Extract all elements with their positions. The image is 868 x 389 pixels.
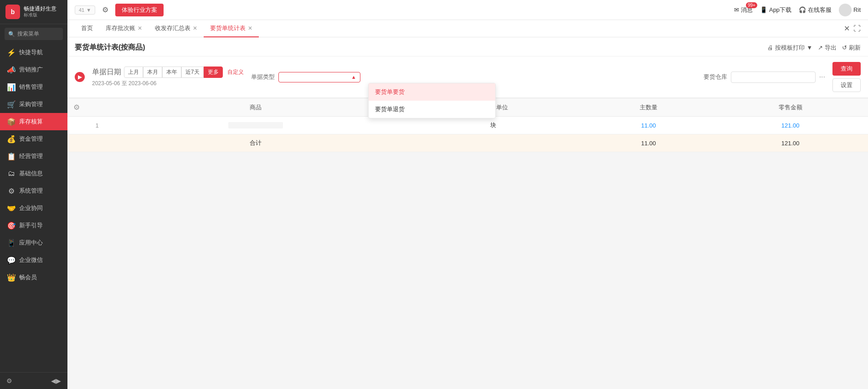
export-label: 导出 — [825, 44, 837, 52]
app-download-label: App下载 — [769, 6, 791, 14]
app-download-btn[interactable]: 📱 App下载 — [760, 6, 791, 14]
dropdown-item-order-return[interactable]: 要货单退货 — [369, 101, 495, 118]
industry-btn[interactable]: 体验行业方案 — [115, 4, 164, 16]
date-btn-more[interactable]: 更多 — [204, 67, 223, 78]
page-title: 要货单统计表(按商品) — [75, 43, 145, 52]
summary-quantity-value: 11.00 — [641, 140, 656, 147]
sidebar-item-quick-nav[interactable]: ⚡ 快捷导航 — [0, 44, 67, 61]
guide-icon: 🎯 — [7, 221, 15, 230]
tab-collect-label: 收发存汇总表 — [155, 24, 190, 32]
online-service-btn[interactable]: 🎧 在线客服 — [799, 6, 832, 14]
sidebar-item-member[interactable]: 👑 畅会员 — [0, 269, 67, 286]
tab-home-label: 首页 — [81, 24, 93, 32]
date-btn-7days[interactable]: 近7天 — [181, 67, 204, 78]
set-btn[interactable]: 设置 — [832, 78, 861, 92]
sidebar-item-sales[interactable]: 📊 销售管理 — [0, 78, 67, 96]
sidebar-collapse-btn[interactable]: ◀▶ — [51, 377, 61, 384]
sidebar-item-inventory[interactable]: 📦 库存核算 — [0, 113, 67, 130]
filter-date-row: 单据日期 上月 本月 本年 近7天 更多 自定义 — [92, 67, 244, 78]
sidebar-item-label: 基础信息 — [19, 169, 43, 178]
basic-icon: 🗂 — [7, 169, 15, 178]
type-label: 单据类型 — [251, 73, 275, 81]
summary-unit-cell — [402, 134, 584, 152]
online-service-label: 在线客服 — [808, 6, 832, 14]
sidebar-item-label: 企业微信 — [19, 256, 43, 264]
sidebar-search[interactable]: 🔍 搜索菜单 — [5, 28, 63, 40]
refresh-icon: ↺ — [842, 44, 847, 51]
message-icon: ✉ — [734, 6, 739, 13]
tab-home[interactable]: 首页 — [75, 20, 99, 37]
sidebar-item-system[interactable]: ⚙ 系统管理 — [0, 182, 67, 200]
app-logo-icon: b — [5, 5, 20, 19]
tab-expand-icon[interactable]: ⛶ — [853, 25, 861, 33]
type-select-arrow: ▲ — [351, 74, 356, 80]
sidebar-item-business[interactable]: 📋 经营管理 — [0, 148, 67, 165]
seq-number: 1 — [95, 122, 98, 129]
sidebar-item-label: 销售管理 — [19, 83, 43, 91]
table-gear-icon[interactable]: ⚙ — [73, 103, 80, 111]
row-product — [108, 117, 402, 134]
tab-collect-close[interactable]: ✕ — [193, 26, 197, 31]
type-select[interactable]: ▲ — [278, 72, 360, 82]
date-buttons: 上月 本月 本年 近7天 更多 — [124, 67, 223, 78]
sidebar-item-label: 畅会员 — [19, 273, 37, 282]
sidebar-item-basic[interactable]: 🗂 基础信息 — [0, 165, 67, 182]
filter-toggle-btn[interactable]: ▶ — [75, 72, 85, 82]
tab-count-selector[interactable]: 41 ▼ — [75, 5, 95, 15]
col-seq — [86, 98, 108, 117]
sidebar-item-wechat[interactable]: 💬 企业微信 — [0, 251, 67, 269]
quantity-value[interactable]: 11.00 — [641, 122, 656, 129]
warehouse-input[interactable] — [731, 72, 816, 83]
sidebar-item-purchase[interactable]: 🛒 采购管理 — [0, 96, 67, 113]
date-custom-btn[interactable]: 自定义 — [227, 68, 244, 76]
sidebar-settings-btn[interactable]: ⚙ — [6, 377, 12, 384]
print-icon: 🖨 — [767, 44, 773, 51]
dropdown-item-order-goods[interactable]: 要货单要货 — [369, 83, 495, 101]
export-action[interactable]: ↗ 导出 — [818, 44, 837, 52]
print-action[interactable]: 🖨 按模板打印 ▼ — [767, 44, 812, 52]
enterprise-icon: 🤝 — [7, 204, 15, 212]
summary-amount: 121.00 — [713, 134, 868, 152]
tab-bar: 首页 库存批次账 ✕ 收发存汇总表 ✕ 要货单统计表 ✕ ✕ ⛶ — [67, 20, 868, 37]
filter-date-group: 单据日期 上月 本月 本年 近7天 更多 自定义 2023-05-06 至 20… — [92, 67, 244, 87]
print-arrow: ▼ — [806, 44, 812, 51]
filter-more-btn[interactable]: ··· — [819, 73, 825, 81]
user-avatar-area[interactable]: Rit — [839, 4, 861, 16]
tab-order-close[interactable]: ✕ — [248, 26, 252, 31]
table-row: 1 块 11.00 — [67, 117, 868, 134]
sidebar-item-enterprise[interactable]: 🤝 企业协同 — [0, 200, 67, 217]
topbar-gear-btn[interactable]: ⚙ — [99, 4, 112, 16]
query-btn[interactable]: 查询 — [832, 62, 861, 76]
tab-order-summary[interactable]: 要货单统计表 ✕ — [204, 20, 259, 37]
search-label: 搜索菜单 — [17, 30, 39, 38]
messages-btn[interactable]: ✉ 消息 99+ — [734, 6, 753, 14]
topbar: 41 ▼ ⚙ 体验行业方案 ✉ 消息 99+ 📱 App下载 🎧 在线客服 R — [67, 0, 868, 20]
unit-value: 块 — [490, 122, 496, 128]
tab-batch-account[interactable]: 库存批次账 ✕ — [99, 20, 149, 37]
date-btn-this-year[interactable]: 本年 — [162, 67, 181, 78]
refresh-label: 刷新 — [849, 44, 861, 52]
refresh-action[interactable]: ↺ 刷新 — [842, 44, 861, 52]
date-btn-this-month[interactable]: 本月 — [143, 67, 162, 78]
sidebar-item-finance[interactable]: 💰 资金管理 — [0, 130, 67, 148]
summary-label-cell: 合计 — [108, 134, 402, 152]
date-btn-last-month[interactable]: 上月 — [124, 67, 143, 78]
date-label: 单据日期 — [92, 67, 121, 77]
wechat-icon: 💬 — [7, 256, 15, 264]
sidebar-footer: ⚙ ◀▶ — [0, 372, 67, 389]
tab-collect-summary[interactable]: 收发存汇总表 ✕ — [149, 20, 204, 37]
filter-bar: ▶ 单据日期 上月 本月 本年 近7天 更多 自定义 — [67, 56, 868, 98]
dropdown-item-label: 要货单要货 — [375, 88, 405, 95]
sidebar-item-label: 采购管理 — [19, 100, 43, 108]
tab-selector-arrow: ▼ — [86, 7, 91, 13]
sidebar-item-app-center[interactable]: 📱 应用中心 — [0, 234, 67, 251]
type-selected-value — [282, 74, 284, 81]
row-amount: 121.00 — [713, 117, 868, 134]
tab-close-all-icon[interactable]: ✕ — [844, 24, 850, 33]
date-range: 2023-05-06 至 2023-06-06 — [92, 80, 156, 87]
sidebar-item-marketing[interactable]: 📣 营销推广 — [0, 61, 67, 78]
sidebar-item-guide[interactable]: 🎯 新手引导 — [0, 217, 67, 234]
tab-batch-close[interactable]: ✕ — [138, 26, 142, 31]
app-center-icon: 📱 — [7, 239, 15, 247]
amount-value[interactable]: 121.00 — [781, 122, 800, 129]
